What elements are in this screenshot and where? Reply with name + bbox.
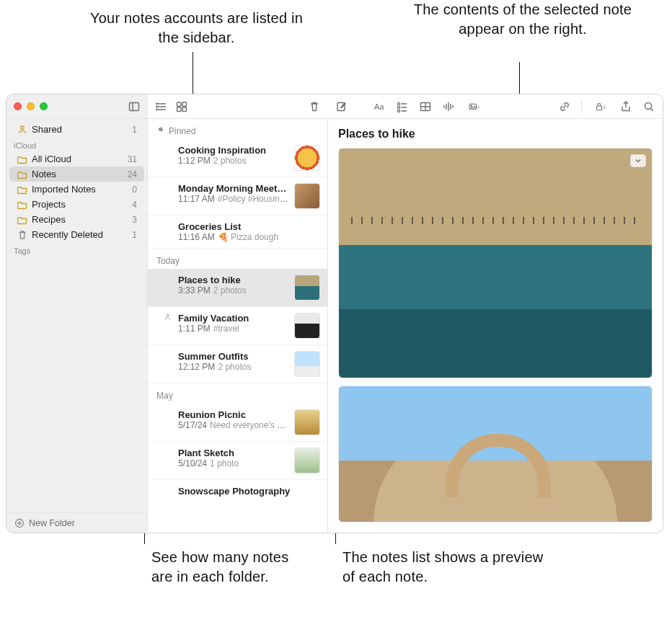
- note-meta: 2 photos: [218, 362, 251, 372]
- folder-icon: [17, 184, 27, 195]
- note-item[interactable]: Family Vacation 1:11 PM#travel: [148, 307, 327, 345]
- note-thumbnail: [294, 351, 320, 377]
- editor-photo[interactable]: [338, 386, 653, 522]
- list-header-label: Pinned: [169, 126, 195, 136]
- media-icon[interactable]: [465, 100, 484, 113]
- sidebar-item-count: 3: [132, 215, 137, 225]
- close-button[interactable]: [14, 102, 22, 110]
- note-time: 1:11 PM: [178, 324, 211, 334]
- sidebar-section-tags: Tags: [6, 242, 147, 257]
- list-section-may: May: [148, 383, 327, 404]
- share-icon[interactable]: [619, 100, 632, 113]
- note-thumbnail: [294, 275, 320, 301]
- pin-icon: [156, 126, 164, 136]
- delete-note-icon[interactable]: [308, 100, 321, 113]
- note-title: Cooking Inspiration: [178, 145, 288, 156]
- shared-icon: [17, 124, 27, 135]
- svg-rect-0: [130, 102, 139, 110]
- note-item[interactable]: Snowscape Photography: [148, 480, 327, 502]
- sidebar-item-shared[interactable]: Shared 1: [9, 122, 144, 137]
- sidebar-item-recently-deleted[interactable]: Recently Deleted 1: [9, 227, 144, 242]
- sidebar-item-count: 4: [132, 200, 137, 210]
- new-folder-button[interactable]: New Folder: [6, 512, 147, 533]
- sidebar-item-recipes[interactable]: Recipes 3: [9, 212, 144, 227]
- sidebar-item-imported[interactable]: Imported Notes 0: [9, 182, 144, 197]
- table-icon[interactable]: [419, 100, 432, 113]
- sidebar-item-label: All iCloud: [32, 154, 71, 164]
- note-item[interactable]: Plant Sketch 5/10/241 photo: [148, 442, 327, 480]
- titlebar-editor: Aa: [328, 94, 663, 119]
- sidebar-item-label: Shared: [32, 124, 62, 135]
- svg-rect-11: [182, 107, 187, 112]
- plus-circle-icon: [14, 517, 25, 528]
- minimize-button[interactable]: [27, 102, 35, 110]
- toggle-sidebar-icon[interactable]: [128, 100, 141, 113]
- callout-note-preview: The notes list shows a preview of each n…: [342, 548, 544, 587]
- format-icon[interactable]: Aa: [373, 100, 386, 113]
- note-meta: #travel: [213, 324, 239, 334]
- list-view-icon[interactable]: [155, 100, 168, 113]
- folder-icon: [17, 169, 27, 179]
- note-title: Monday Morning Meeting: [178, 183, 288, 194]
- editor-photo[interactable]: [338, 148, 653, 378]
- audio-icon[interactable]: [442, 100, 455, 113]
- photo-menu-icon[interactable]: [630, 154, 646, 167]
- note-title: Groceries List: [178, 221, 320, 232]
- note-thumbnail: [294, 313, 320, 339]
- note-title: Snowscape Photography: [178, 486, 320, 497]
- link-icon[interactable]: [558, 100, 571, 113]
- sidebar-item-all-icloud[interactable]: All iCloud 31: [9, 151, 144, 166]
- callout-note-contents: The contents of the selected note appear…: [404, 0, 642, 39]
- sidebar-item-projects[interactable]: Projects 4: [9, 197, 144, 212]
- folder-icon: [17, 154, 27, 164]
- note-thumbnail: [294, 448, 320, 473]
- note-item[interactable]: Places to hike 3:33 PM2 photos: [148, 269, 327, 307]
- note-meta: 2 photos: [213, 285, 247, 295]
- window-controls: [14, 102, 48, 110]
- list-header-pinned: Pinned: [148, 119, 327, 139]
- svg-point-18: [397, 110, 399, 112]
- titlebar-sidebar: [6, 94, 148, 119]
- editor-note-title[interactable]: Places to hike: [338, 128, 653, 141]
- note-item[interactable]: Groceries List 11:16 AM🍕 Pizza dough: [148, 215, 327, 249]
- sidebar-item-label: Notes: [32, 169, 56, 179]
- note-title: Reunion Picnic: [178, 409, 288, 420]
- svg-rect-8: [177, 102, 182, 107]
- titlebar-list: [148, 94, 328, 119]
- note-meta: #Policy #Housing…: [218, 194, 288, 204]
- new-note-icon[interactable]: [335, 100, 348, 113]
- sidebar-item-notes[interactable]: Notes 24: [9, 166, 144, 182]
- svg-point-7: [156, 109, 157, 110]
- callout-folder-count: See how many notes are in each folder.: [151, 548, 303, 587]
- new-folder-label: New Folder: [29, 518, 75, 528]
- notes-list: Pinned Cooking Inspiration 1:12 PM2 phot…: [148, 119, 328, 533]
- note-thumbnail: [294, 409, 320, 435]
- sidebar-item-label: Recipes: [32, 214, 66, 225]
- note-item[interactable]: Reunion Picnic 5/17/24Need everyone's u…: [148, 404, 327, 442]
- note-title: Summer Outfits: [178, 351, 288, 362]
- note-title: Family Vacation: [178, 313, 288, 324]
- shared-glyph-icon: [162, 313, 172, 321]
- checklist-icon[interactable]: [396, 100, 409, 113]
- list-section-today: Today: [148, 249, 327, 269]
- sidebar-item-count: 24: [128, 169, 137, 179]
- svg-line-32: [651, 108, 654, 111]
- svg-rect-30: [596, 106, 601, 110]
- gallery-view-icon[interactable]: [175, 100, 188, 113]
- note-time: 1:12 PM: [178, 156, 211, 166]
- search-icon[interactable]: [642, 100, 655, 113]
- note-meta: 1 photo: [210, 458, 239, 468]
- note-time: 5/10/24: [178, 458, 207, 468]
- svg-point-14: [397, 102, 399, 104]
- sidebar-item-label: Projects: [32, 199, 66, 210]
- lock-icon[interactable]: [592, 100, 609, 113]
- note-item[interactable]: Monday Morning Meeting 11:17 AM#Policy #…: [148, 177, 327, 215]
- note-item[interactable]: Cooking Inspiration 1:12 PM2 photos: [148, 139, 327, 177]
- note-meta: 2 photos: [213, 156, 247, 166]
- folder-icon: [17, 214, 27, 225]
- note-item[interactable]: Summer Outfits 12:12 PM2 photos: [148, 345, 327, 383]
- svg-rect-10: [177, 107, 182, 112]
- note-time: 11:17 AM: [178, 194, 215, 204]
- separator: [581, 100, 582, 113]
- zoom-button[interactable]: [40, 102, 48, 110]
